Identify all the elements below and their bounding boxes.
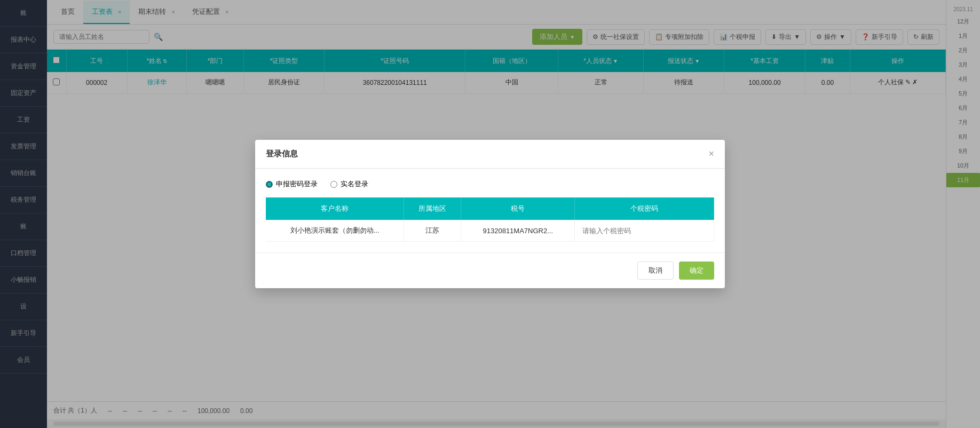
- modal-overlay: 登录信息 × 申报密码登录 实名登录: [0, 0, 980, 428]
- col-tax-number: 税号: [461, 197, 575, 220]
- login-type-radio-group: 申报密码登录 实名登录: [266, 179, 714, 189]
- col-region: 所属地区: [404, 197, 461, 220]
- dialog-footer: 取消 确定: [255, 252, 725, 288]
- cell-client-name: 刘小艳演示账套（勿删勿动...: [266, 220, 404, 241]
- client-table-row: 刘小艳演示账套（勿删勿动... 江苏 91320811MA7NGR2...: [266, 220, 714, 241]
- radio-password-login[interactable]: 申报密码登录: [266, 179, 318, 189]
- dialog-close-button[interactable]: ×: [708, 148, 714, 160]
- dialog-title: 登录信息: [266, 149, 298, 159]
- col-tax-password: 个税密码: [575, 197, 714, 220]
- cell-tax-password[interactable]: [575, 220, 714, 241]
- col-client-name: 客户名称: [266, 197, 404, 220]
- client-table: 客户名称 所属地区 税号 个税密码 刘小艳演示账套（勿删勿动... 江苏 913…: [266, 197, 714, 242]
- login-dialog: 登录信息 × 申报密码登录 实名登录: [255, 140, 725, 288]
- confirm-button[interactable]: 确定: [679, 261, 714, 280]
- cell-region: 江苏: [404, 220, 461, 241]
- tax-password-input[interactable]: [582, 227, 706, 235]
- dialog-header: 登录信息 ×: [255, 140, 725, 169]
- radio-password-input[interactable]: [266, 181, 273, 188]
- cell-tax-number: 91320811MA7NGR2...: [461, 220, 575, 241]
- radio-realname-login[interactable]: 实名登录: [330, 179, 368, 189]
- cancel-button[interactable]: 取消: [637, 261, 674, 280]
- client-table-header: 客户名称 所属地区 税号 个税密码: [266, 197, 714, 220]
- radio-realname-input[interactable]: [330, 181, 337, 188]
- dialog-body: 申报密码登录 实名登录 客户名称 所属地区 税号 个税密码: [255, 169, 725, 252]
